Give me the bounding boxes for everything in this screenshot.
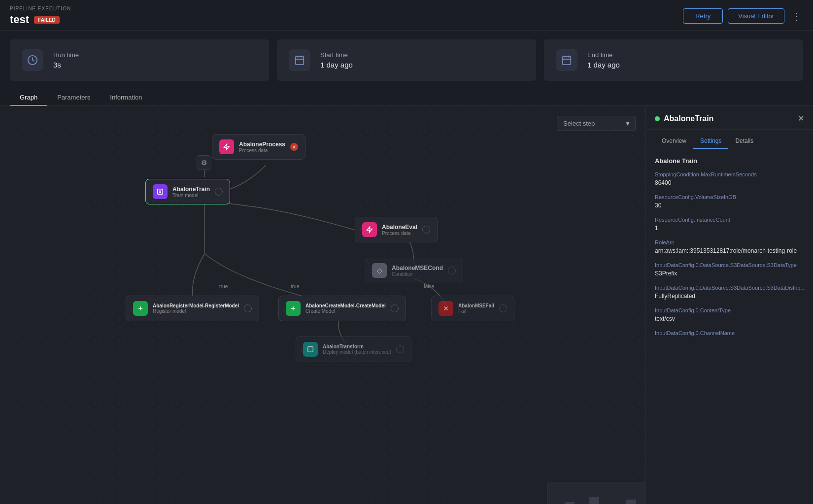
- panel-tab-details[interactable]: Details: [728, 134, 760, 149]
- panel-section-title: Abalone Train: [655, 157, 804, 165]
- node-icon-abalonecreatemodel: [286, 301, 301, 316]
- svg-rect-33: [565, 502, 575, 504]
- node-info-abalonemse-cond: AbaloneMSECond Condition: [392, 265, 443, 277]
- stat-card-starttime: Start time 1 day ago: [277, 39, 536, 81]
- panel-title-text: AbaloneTrain: [664, 114, 713, 123]
- retry-button[interactable]: Retry: [683, 8, 723, 24]
- svg-text:true: true: [219, 284, 228, 289]
- endtime-value: 1 day ago: [587, 61, 620, 69]
- drag-handle-icon: ⋮: [282, 306, 287, 311]
- svg-rect-38: [626, 500, 636, 504]
- node-name-abaloneeval: AbaloneEval: [382, 224, 417, 231]
- mini-chart: [547, 482, 645, 504]
- node-icon-abalonetrain: [153, 184, 168, 199]
- visual-editor-button[interactable]: Visual Editor: [728, 8, 784, 24]
- setting-key-channel-name: InputDataConfig.0.ChannelName: [655, 330, 804, 336]
- node-abalonecreatemodel[interactable]: ⋮ AbaloneCreateModel-CreateModel Create …: [278, 296, 406, 321]
- gear-node[interactable]: ⚙: [197, 155, 211, 170]
- header-right: Retry Visual Editor ⋮: [683, 8, 803, 24]
- node-name-abalonetransform: AbalonTransform: [323, 344, 391, 349]
- drag-handle-icon: ⋮: [299, 347, 304, 352]
- pipeline-label: PIPELINE EXECUTION: [10, 6, 71, 11]
- svg-rect-5: [563, 57, 571, 65]
- drag-handle-icon: ⋮: [149, 189, 154, 195]
- starttime-icon: [289, 49, 310, 71]
- node-info-abalonetrain: AbaloneTrain Train model: [172, 186, 210, 198]
- setting-key-instance-count: ResourceConfig.InstanceCount: [655, 217, 804, 223]
- node-icon-abalonetransform: [303, 342, 318, 357]
- setting-key-volume-size: ResourceConfig.VolumeSizeInGB: [655, 194, 804, 200]
- select-step-dropdown[interactable]: Select step: [557, 116, 636, 131]
- panel-content[interactable]: Abalone Train StoppingCondition.MaxRunti…: [646, 149, 813, 504]
- status-dot: [655, 116, 660, 121]
- node-icon-abaloneprocess: [219, 139, 234, 154]
- node-info-abalonetransform: AbalonTransform Deploy model (batch infe…: [323, 344, 391, 355]
- endtime-icon: [556, 49, 577, 71]
- runtime-icon: [22, 49, 43, 71]
- svg-marker-18: [367, 227, 373, 233]
- setting-role-arn: RoleArn arn:aws:iam::395135312817:role/m…: [655, 239, 804, 254]
- node-desc-abalonetrain: Train model: [172, 193, 210, 198]
- node-desc-abalonemse-fail: Fail: [458, 308, 494, 314]
- node-abaloneeval[interactable]: ⋮ AbaloneEval Process data: [355, 217, 438, 242]
- node-status-abaloneprocess: ✕: [290, 143, 298, 151]
- node-name-abaloneprocess: AbaloneProcess: [239, 141, 285, 148]
- starttime-value: 1 day ago: [320, 61, 353, 69]
- node-info-abalonecreatemodel: AbaloneCreateModel-CreateModel Create Mo…: [305, 303, 386, 314]
- more-options-button[interactable]: ⋮: [789, 8, 803, 24]
- pipeline-title-text: test: [10, 13, 29, 26]
- node-abalonemse-cond[interactable]: ⋮ ◇ AbaloneMSECond Condition: [365, 258, 463, 283]
- endtime-label: End time: [587, 51, 620, 59]
- stat-info-runtime: Run time 3s: [53, 51, 79, 69]
- svg-text:true: true: [291, 284, 300, 289]
- setting-s3-distrib: InputDataConfig.0.DataSource.S3DataSourc…: [655, 285, 804, 300]
- stat-info-endtime: End time 1 day ago: [587, 51, 620, 69]
- status-badge: Failed: [34, 16, 60, 24]
- tab-information[interactable]: Information: [100, 90, 152, 106]
- panel-tab-overview[interactable]: Overview: [655, 134, 693, 149]
- node-abalonemse-fail[interactable]: ⋮ AbalonMSEFail Fail: [431, 296, 514, 321]
- node-abalonetransform[interactable]: ⋮ AbalonTransform Deploy model (batch in…: [296, 336, 411, 362]
- graph-area[interactable]: Select step ▼ true true: [0, 106, 645, 504]
- node-info-abalonemse-fail: AbalonMSEFail Fail: [458, 303, 494, 314]
- panel-tabs: Overview Settings Details: [646, 134, 813, 149]
- node-name-abalonemse-cond: AbaloneMSECond: [392, 265, 443, 271]
- node-desc-abalonetransform: Deploy model (batch inference): [323, 349, 391, 355]
- node-icon-abalonemse-cond: ◇: [372, 263, 387, 278]
- stat-info-starttime: Start time 1 day ago: [320, 51, 353, 69]
- panel-tab-settings[interactable]: Settings: [693, 134, 728, 149]
- svg-marker-13: [224, 144, 230, 150]
- setting-value-content-type: text/csv: [655, 315, 804, 322]
- node-icon-abaloneregistermodel: [133, 301, 148, 316]
- panel-title: AbaloneTrain: [655, 114, 713, 129]
- drag-handle-icon: ⋮: [358, 227, 363, 233]
- node-status-abalonecreatemodel: [391, 304, 399, 312]
- setting-key-role-arn: RoleArn: [655, 239, 804, 245]
- node-status-abalonemse-cond: [448, 267, 456, 274]
- setting-s3-data-type: InputDataConfig.0.DataSource.S3DataSourc…: [655, 262, 804, 277]
- setting-key-stopping-condition: StoppingCondition.MaxRuntimeInSeconds: [655, 171, 804, 177]
- node-abaloneregistermodel[interactable]: ⋮ AbalonRegisterModel-RegisterModel Regi…: [126, 296, 259, 321]
- setting-volume-size: ResourceConfig.VolumeSizeInGB 30: [655, 194, 804, 209]
- node-info-abaloneprocess: AbaloneProcess Process data: [239, 141, 285, 153]
- stat-card-runtime: Run time 3s: [10, 39, 269, 81]
- svg-rect-35: [589, 497, 599, 504]
- tab-graph[interactable]: Graph: [10, 90, 47, 106]
- setting-value-s3-data-type: S3Prefix: [655, 270, 804, 277]
- node-desc-abaloneprocess: Process data: [239, 148, 285, 153]
- node-status-abalonetransform: [396, 345, 404, 353]
- drag-handle-icon: ⋮: [215, 144, 220, 150]
- drag-handle-icon: ⋮: [435, 306, 440, 311]
- node-abalonetrain[interactable]: ⋮ AbaloneTrain Train model: [145, 179, 230, 204]
- panel-header: AbaloneTrain ✕: [646, 106, 813, 130]
- node-abaloneprocess[interactable]: ⋮ AbaloneProcess Process data ✕: [212, 134, 305, 160]
- runtime-label: Run time: [53, 51, 79, 59]
- stat-card-endtime: End time 1 day ago: [544, 39, 803, 81]
- tab-parameters[interactable]: Parameters: [47, 90, 100, 106]
- setting-stopping-condition: StoppingCondition.MaxRuntimeInSeconds 86…: [655, 171, 804, 186]
- panel-close-button[interactable]: ✕: [798, 114, 804, 129]
- select-step-wrapper[interactable]: Select step ▼: [557, 116, 636, 131]
- node-name-abaloneregistermodel: AbalonRegisterModel-RegisterModel: [153, 303, 239, 308]
- node-info-abaloneregistermodel: AbalonRegisterModel-RegisterModel Regist…: [153, 303, 239, 314]
- setting-instance-count: ResourceConfig.InstanceCount 1: [655, 217, 804, 232]
